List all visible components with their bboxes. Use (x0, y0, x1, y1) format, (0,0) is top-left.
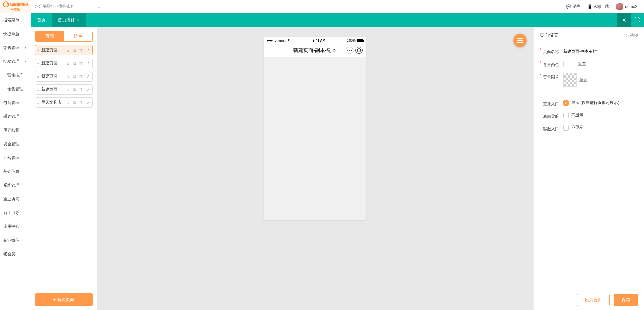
external-link-icon[interactable]: ↗ (86, 48, 90, 53)
leftnav-label: 企业微信 (3, 238, 19, 243)
page-item-name: 新建页面-副本 (41, 60, 63, 66)
bg-color-swatch[interactable] (563, 61, 575, 67)
phone-body[interactable] (264, 57, 366, 220)
seg-components[interactable]: 组件 (64, 31, 92, 41)
checkbox-customer-service[interactable] (563, 125, 569, 131)
page-name-input[interactable] (563, 48, 638, 55)
messages-button[interactable]: 💬 消息 (566, 4, 581, 9)
leftnav-item[interactable]: 营销推广 (0, 68, 31, 82)
leftnav-item[interactable]: 基础信息 (0, 165, 31, 178)
leftnav-label: 库存核算 (3, 127, 19, 133)
segment-control: 页面 组件 (35, 31, 93, 42)
phone-title: 新建页面-副本-副本 (293, 47, 337, 54)
close-icon[interactable]: × (77, 17, 80, 23)
phone-status-bar: ●●●●○ chanjet 9:41 AM 100% (264, 37, 366, 44)
copy-icon[interactable]: ⧉ (72, 48, 77, 53)
phone-preview: ●●●●○ chanjet 9:41 AM 100% 新建页面-副本-副本 (264, 37, 366, 220)
leftnav-label: 零售管理 (3, 45, 19, 51)
leftnav-item[interactable]: 畅会员 (0, 247, 31, 261)
leftnav-item[interactable]: 销售管理 (0, 82, 31, 96)
home-icon[interactable]: ⌂ (65, 100, 70, 105)
leftnav-item[interactable]: 资金管理 (0, 137, 31, 151)
required-star: * (540, 48, 543, 52)
leftnav-item[interactable]: 采购管理 (0, 110, 31, 123)
leftnav-item[interactable]: 应用中心 (0, 220, 31, 234)
leftnav-item[interactable]: 企业微信 (0, 234, 31, 247)
page-list-item[interactable]: ≡新建页面⌂⧉🗑↗ (35, 84, 93, 95)
set-home-button[interactable]: 设为首页 (577, 294, 610, 306)
leftnav-item[interactable]: 企业协同 (0, 192, 31, 206)
seg-pages[interactable]: 页面 (35, 31, 64, 41)
leftnav-item[interactable]: 新手引导 (0, 206, 31, 220)
miniapp-close-icon[interactable] (355, 47, 363, 54)
logo-sub: 标准版 (11, 7, 20, 12)
chevron-down-icon: ⌄ (97, 3, 101, 10)
delete-icon[interactable]: 🗑 (79, 87, 84, 92)
drag-handle-icon[interactable]: ≡ (37, 48, 39, 52)
leftnav-label: 快捷导航 (3, 31, 19, 37)
leftnav-item[interactable]: 系统管理 (0, 178, 31, 192)
page-list-item[interactable]: ≡新建页面-副本⌂⧉🗑↗ (35, 58, 93, 68)
leftnav-label: 经营管理 (3, 155, 19, 161)
settings-title: 页面设置 (540, 32, 626, 38)
tab-label: 首页 (37, 17, 46, 23)
leftnav-item[interactable]: 快捷导航 (0, 27, 31, 41)
fullscreen-toggle[interactable]: ⛶ (631, 13, 644, 27)
reset-bg-color[interactable]: 重置 (578, 61, 586, 67)
checkbox-live-entry[interactable] (563, 100, 569, 106)
leftnav-item[interactable]: 批发管理▲ (0, 55, 31, 68)
page-item-name: 新建页面 (41, 73, 63, 79)
external-link-icon[interactable]: ↗ (86, 100, 90, 105)
copy-icon[interactable]: ⧉ (72, 87, 77, 92)
leftnav-item[interactable]: 零售管理▼ (0, 41, 31, 55)
app-download-button[interactable]: 📱 App下载 (587, 4, 609, 9)
delete-icon[interactable]: 🗑 (79, 61, 84, 66)
copy-icon[interactable]: ⧉ (72, 74, 77, 79)
miniapp-menu-icon[interactable] (346, 47, 353, 54)
reset-bg-image[interactable]: 重置 (579, 77, 587, 83)
caret-icon: ▼ (24, 46, 27, 49)
drag-handle-icon[interactable]: ≡ (37, 88, 39, 92)
copy-icon[interactable]: ⧉ (72, 61, 77, 66)
logo-brand: 畅捷通好生意 (10, 2, 28, 7)
video-help-link[interactable]: ▷ 视频 (626, 33, 638, 38)
drag-handle-icon[interactable]: ≡ (37, 74, 39, 79)
checkbox-bottom-nav[interactable] (563, 113, 569, 118)
leftnav-label: 采购管理 (3, 114, 19, 119)
leftnav-item[interactable]: 搜索菜单 (0, 13, 31, 27)
external-link-icon[interactable]: ↗ (86, 87, 90, 92)
leftnav-item[interactable]: 经营管理 (0, 151, 31, 165)
canvas-menu-fab[interactable] (513, 34, 527, 47)
copy-icon[interactable]: ⧉ (72, 100, 77, 105)
delete-icon[interactable]: 🗑 (79, 100, 84, 105)
new-page-button[interactable]: + 新建页面 (35, 293, 93, 306)
home-icon[interactable]: ⌂ (65, 74, 70, 79)
external-link-icon[interactable]: ↗ (86, 74, 90, 79)
tab-bar: 首页首页装修× ✕ ⛶ (31, 13, 644, 27)
leftnav-item[interactable]: 电商管理 (0, 96, 31, 110)
username: demo2 (625, 4, 637, 9)
tab[interactable]: 首页装修× (52, 13, 86, 27)
home-icon[interactable]: ⌂ (65, 61, 70, 66)
home-icon[interactable]: ⌂ (65, 87, 70, 92)
leftnav-item[interactable]: 库存核算 (0, 123, 31, 137)
delete-icon[interactable]: 🗑 (79, 74, 84, 79)
page-list-item[interactable]: ≡新建页面⌂⧉🗑↗ (35, 71, 93, 82)
label-page-name: 页面名称 (543, 48, 563, 55)
tab-close-all[interactable]: ✕ (617, 13, 631, 27)
drag-handle-icon[interactable]: ≡ (37, 101, 39, 105)
home-icon[interactable]: ⌂ (65, 48, 70, 53)
page-list-item[interactable]: ≡新建页面-副本...⌂⧉🗑↗ (35, 45, 93, 55)
bg-image-swatch[interactable] (563, 73, 577, 87)
logo-icon (3, 1, 9, 7)
external-link-icon[interactable]: ↗ (86, 61, 90, 66)
save-button[interactable]: 保存 (614, 294, 638, 306)
user-menu[interactable]: demo2 (616, 3, 637, 10)
drag-handle-icon[interactable]: ≡ (37, 61, 39, 65)
account-select[interactable]: 办公用品行业模拟账套 ⌄ (34, 3, 101, 10)
delete-icon[interactable]: 🗑 (79, 48, 84, 53)
wifi-icon (287, 38, 291, 42)
tab[interactable]: 首页 (31, 13, 52, 27)
page-list-item[interactable]: ≡昊天文具店⌂⧉🗑↗ (35, 97, 93, 108)
app-download-label: App下载 (594, 4, 609, 9)
